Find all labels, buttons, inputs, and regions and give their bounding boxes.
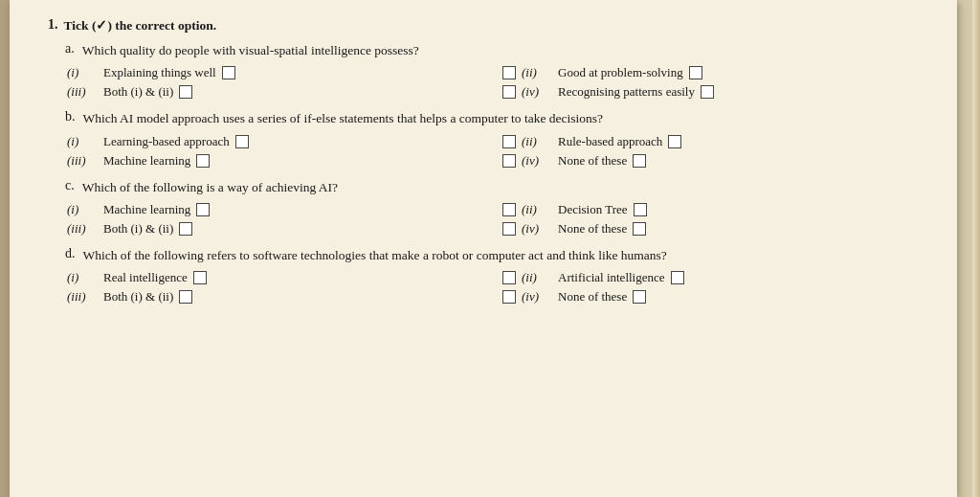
option-c-i-label: (i) — [67, 202, 96, 217]
checkbox-b-i[interactable] — [235, 135, 249, 148]
question-d-line: d. Which of the following refers to soft… — [65, 246, 928, 265]
option-c-iii-text: Both (i) & (ii) — [103, 221, 173, 237]
option-b-iv-label: (iv) — [522, 153, 550, 169]
question-a-block: a. Which quality do people with visual-s… — [48, 41, 928, 100]
checkbox-c-iv[interactable] — [502, 222, 516, 236]
option-d-iv: (iv) None of these — [502, 289, 928, 305]
option-d-ii-text: Artificial intelligence — [558, 270, 665, 285]
question-c-options: (i) Machine learning (ii) Decision Tree … — [67, 202, 928, 237]
question-header: 1. Tick (✓) the correct option. — [48, 17, 928, 41]
question-a-options: (i) Explaining things well (ii) Good at … — [67, 65, 928, 100]
question-b-line: b. Which AI model approach uses a series… — [65, 109, 928, 128]
checkbox-b-iv-right[interactable] — [633, 154, 646, 168]
question-c-block: c. Which of the following is a way of ac… — [48, 178, 928, 237]
option-b-i: (i) Learning-based approach — [67, 134, 493, 149]
option-a-iii: (iii) Both (i) & (ii) — [67, 84, 493, 100]
question-c-label: c. — [65, 178, 75, 193]
question-d-options: (i) Real intelligence (ii) Artificial in… — [67, 270, 928, 305]
instruction-text: Tick (✓) the correct option. — [64, 17, 217, 34]
checkbox-b-ii[interactable] — [502, 135, 516, 148]
option-b-iv: (iv) None of these — [502, 153, 928, 169]
option-a-iii-text: Both (i) & (ii) — [103, 84, 173, 100]
checkbox-d-iii[interactable] — [179, 290, 192, 304]
checkbox-d-ii[interactable] — [502, 271, 516, 284]
option-b-iii-text: Machine learning — [103, 153, 190, 169]
question-b-options: (i) Learning-based approach (ii) Rule-ba… — [67, 134, 928, 169]
checkbox-a-i[interactable] — [222, 66, 235, 79]
option-c-ii-label: (ii) — [522, 202, 550, 217]
option-b-ii-label: (ii) — [522, 134, 550, 149]
question-b-text: Which AI model approach uses a series of… — [83, 109, 604, 128]
question-c-text: Which of the following is a way of achie… — [82, 178, 338, 197]
option-b-iii: (iii) Machine learning — [67, 153, 493, 169]
option-a-ii-label: (ii) — [522, 65, 550, 80]
checkbox-c-iii[interactable] — [179, 222, 192, 236]
option-b-i-label: (i) — [67, 134, 96, 149]
option-c-ii: (ii) Decision Tree — [502, 202, 928, 217]
option-d-ii: (ii) Artificial intelligence — [502, 270, 928, 285]
checkbox-b-iii[interactable] — [196, 154, 210, 168]
option-a-i-label: (i) — [67, 65, 96, 80]
option-d-iii-label: (iii) — [67, 289, 96, 305]
option-a-ii-text: Good at problem-solving — [558, 65, 683, 80]
option-c-ii-text: Decision Tree — [558, 202, 628, 217]
option-d-iv-label: (iv) — [522, 289, 550, 305]
option-a-iv: (iv) Recognising patterns easily — [502, 84, 928, 100]
checkbox-c-ii[interactable] — [502, 203, 516, 216]
checkbox-c-i[interactable] — [196, 203, 210, 216]
option-a-ii: (ii) Good at problem-solving — [502, 65, 928, 80]
option-d-i: (i) Real intelligence — [67, 270, 493, 285]
question-b-label: b. — [65, 109, 76, 124]
option-a-i: (i) Explaining things well — [67, 65, 493, 80]
checkbox-a-iv[interactable] — [502, 85, 516, 99]
checkbox-d-iv[interactable] — [502, 290, 516, 304]
checkbox-a-ii[interactable] — [502, 66, 516, 79]
option-d-ii-label: (ii) — [522, 270, 550, 285]
option-c-iv-text: None of these — [558, 221, 627, 237]
question-a-text: Which quality do people with visual-spat… — [82, 41, 419, 60]
option-b-i-text: Learning-based approach — [103, 134, 230, 149]
checkbox-b-ii-right[interactable] — [668, 135, 681, 148]
checkbox-c-ii-right[interactable] — [634, 203, 647, 216]
question-number: 1. — [48, 17, 58, 33]
question-a-label: a. — [65, 41, 75, 56]
checkbox-c-iv-right[interactable] — [633, 222, 646, 236]
checkbox-d-i[interactable] — [193, 271, 207, 284]
option-d-i-text: Real intelligence — [103, 270, 188, 285]
option-c-iv: (iv) None of these — [502, 221, 928, 237]
option-a-iv-text: Recognising patterns easily — [558, 84, 695, 100]
option-d-iii-text: Both (i) & (ii) — [103, 289, 173, 305]
question-a-line: a. Which quality do people with visual-s… — [65, 41, 928, 60]
option-a-iii-label: (iii) — [67, 84, 96, 100]
question-d-block: d. Which of the following refers to soft… — [48, 246, 928, 305]
question-b-block: b. Which AI model approach uses a series… — [48, 109, 928, 168]
option-b-ii: (ii) Rule-based approach — [502, 134, 928, 149]
question-d-label: d. — [65, 246, 76, 261]
option-a-iv-label: (iv) — [522, 84, 550, 100]
option-d-iii: (iii) Both (i) & (ii) — [67, 289, 493, 305]
checkbox-a-ii-right[interactable] — [689, 66, 702, 79]
option-c-iii-label: (iii) — [67, 221, 96, 237]
option-b-iii-label: (iii) — [67, 153, 96, 169]
option-c-iii: (iii) Both (i) & (ii) — [67, 221, 493, 237]
option-b-iv-text: None of these — [558, 153, 627, 169]
page-content: 1. Tick (✓) the correct option. a. Which… — [10, 0, 957, 497]
page-right-edge — [972, 0, 980, 497]
option-c-iv-label: (iv) — [522, 221, 550, 237]
question-d-text: Which of the following refers to softwar… — [83, 246, 667, 265]
question-c-line: c. Which of the following is a way of ac… — [65, 178, 928, 197]
option-c-i: (i) Machine learning — [67, 202, 493, 217]
checkbox-a-iv-right[interactable] — [701, 85, 714, 99]
option-b-ii-text: Rule-based approach — [558, 134, 662, 149]
option-d-i-label: (i) — [67, 270, 96, 285]
checkbox-b-iv[interactable] — [502, 154, 516, 168]
checkbox-a-iii[interactable] — [179, 85, 192, 99]
option-a-i-text: Explaining things well — [103, 65, 216, 80]
option-c-i-text: Machine learning — [103, 202, 190, 217]
option-d-iv-text: None of these — [558, 289, 627, 305]
checkbox-d-ii-right[interactable] — [671, 271, 684, 284]
checkbox-d-iv-right[interactable] — [633, 290, 646, 304]
